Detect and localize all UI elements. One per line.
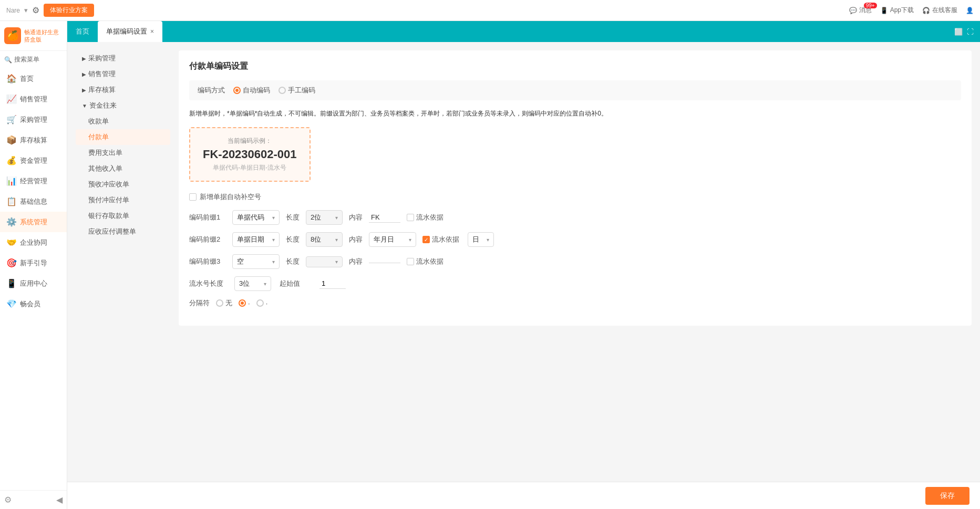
sidebar-item-guide[interactable]: 🎯 新手引导 bbox=[0, 253, 67, 273]
prefix-row-3: 编码前缀3 空 ▾ 长度 ▾ 内容 bbox=[189, 254, 961, 269]
main-layout: 🍊 畅通道好生意 搭盒版 🔍 搜索菜单 🏠 首页 📈 销售管理 🛒 采购管理 bbox=[0, 21, 980, 509]
auto-fill-checkbox[interactable] bbox=[189, 193, 197, 201]
menu-item-receipt[interactable]: 收款单 bbox=[76, 113, 170, 129]
preview-label: 当前编码示例： bbox=[203, 137, 297, 146]
sep-none-dot bbox=[216, 299, 223, 307]
trial-button[interactable]: 体验行业方案 bbox=[44, 4, 94, 17]
sidebar-item-member[interactable]: 💎 畅会员 bbox=[0, 294, 67, 314]
sidebar: 🍊 畅通道好生意 搭盒版 🔍 搜索菜单 🏠 首页 📈 销售管理 🛒 采购管理 bbox=[0, 21, 67, 509]
message-icon: 💬 bbox=[849, 7, 857, 14]
search-icon: 🔍 bbox=[4, 56, 12, 64]
menu-item-advance-receive[interactable]: 预收冲应收单 bbox=[76, 176, 170, 192]
tab-expand-icon[interactable]: ⛶ bbox=[967, 28, 974, 36]
sidebar-item-system[interactable]: ⚙️ 系统管理 bbox=[0, 212, 67, 232]
tab-home[interactable]: 首页 bbox=[67, 21, 98, 42]
menu-item-capital[interactable]: ▼ 资金往来 bbox=[76, 98, 170, 113]
tab-close-icon[interactable]: × bbox=[150, 28, 154, 35]
sales-icon: 📈 bbox=[6, 94, 17, 104]
top-bar: Nare ▾ ⚙ 体验行业方案 💬 消息 99+ 📱 App下载 🎧 在线客服 … bbox=[0, 0, 980, 21]
manual-encode-label: 手工编码 bbox=[288, 86, 315, 95]
manual-encode-radio[interactable]: 手工编码 bbox=[278, 86, 315, 95]
menu-item-advance-pay[interactable]: 预付冲应付单 bbox=[76, 192, 170, 208]
main-tab-bar: 首页 单据编码设置 × ⬜ ⛶ bbox=[67, 21, 980, 42]
logo-text: 畅通道好生意 搭盒版 bbox=[24, 28, 59, 44]
start-value-input[interactable] bbox=[319, 278, 346, 289]
content3-value bbox=[369, 261, 400, 263]
waterfall1-check[interactable]: 流水依据 bbox=[407, 213, 443, 222]
menu-item-inventory[interactable]: ▶ 库存核算 bbox=[76, 82, 170, 98]
menu-item-purchase[interactable]: ▶ 采购管理 bbox=[76, 50, 170, 66]
length1-label: 长度 bbox=[286, 213, 300, 222]
prefix1-select[interactable]: 单据代码 ▾ bbox=[232, 210, 280, 225]
auto-fill-row: 新增单据自动补空号 bbox=[189, 192, 961, 202]
length1-select[interactable]: 2位 ▾ bbox=[306, 210, 343, 225]
auto-encode-dot bbox=[233, 87, 241, 94]
menu-item-expense[interactable]: 费用支出单 bbox=[76, 145, 170, 161]
sidebar-item-inventory[interactable]: 📦 库存核算 bbox=[0, 130, 67, 150]
settings-icon[interactable]: ⚙ bbox=[32, 5, 39, 15]
sidebar-item-purchase[interactable]: 🛒 采购管理 bbox=[0, 109, 67, 130]
prefix3-arrow-icon: ▾ bbox=[272, 259, 275, 265]
separator-row: 分隔符 无 · bbox=[189, 298, 961, 308]
content3-label: 内容 bbox=[349, 257, 363, 266]
purchase-icon: 🛒 bbox=[6, 115, 17, 124]
sidebar-item-apps[interactable]: 📱 应用中心 bbox=[0, 273, 67, 294]
app-download-button[interactable]: 📱 App下载 bbox=[880, 6, 914, 15]
sidebar-item-finance[interactable]: 💰 资金管理 bbox=[0, 150, 67, 171]
tab-minimize-icon[interactable]: ⬜ bbox=[954, 28, 963, 36]
menu-item-bank[interactable]: 银行存取款单 bbox=[76, 208, 170, 224]
start-value-label: 起始值 bbox=[280, 279, 316, 288]
prefix3-select[interactable]: 空 ▾ bbox=[232, 254, 280, 269]
auto-encode-radio[interactable]: 自动编码 bbox=[233, 86, 270, 95]
menu-item-ar-ap-adjust[interactable]: 应收应付调整单 bbox=[76, 224, 170, 240]
settings-bottom-icon[interactable]: ⚙ bbox=[4, 495, 12, 505]
waterfall2-check[interactable]: ✓ 流水依据 bbox=[422, 235, 459, 244]
bottom-bar: 保存 bbox=[67, 482, 980, 509]
sidebar-item-coop[interactable]: 🤝 企业协同 bbox=[0, 232, 67, 253]
waterfall2-checkbox[interactable]: ✓ bbox=[422, 236, 430, 243]
sep-option-dot2[interactable]: · bbox=[256, 299, 268, 307]
page-title: 付款单编码设置 bbox=[189, 61, 961, 72]
page-content: ▶ 采购管理 ▶ 销售管理 ▶ 库存核算 ▼ 资金往来 bbox=[67, 42, 980, 482]
online-service-button[interactable]: 🎧 在线客服 bbox=[922, 6, 957, 15]
logo-icon: 🍊 bbox=[4, 27, 21, 44]
dropdown-arrow-icon[interactable]: ▾ bbox=[24, 6, 28, 14]
inventory-icon: 📦 bbox=[6, 135, 17, 145]
waterfall2-label: 流水依据 bbox=[432, 235, 459, 244]
sep-dot2-dot bbox=[256, 299, 264, 307]
waterfall1-checkbox[interactable] bbox=[407, 214, 414, 221]
day-value: 日 bbox=[472, 235, 479, 244]
message-button[interactable]: 💬 消息 99+ bbox=[849, 6, 872, 15]
prefix2-select[interactable]: 单据日期 ▾ bbox=[232, 232, 280, 247]
waterfall3-checkbox[interactable] bbox=[407, 258, 414, 265]
content2-select[interactable]: 年月日 ▾ bbox=[369, 232, 416, 247]
tab-encode-setting[interactable]: 单据编码设置 × bbox=[98, 21, 162, 42]
right-form: 付款单编码设置 编码方式 自动编码 手 bbox=[179, 50, 972, 326]
waterfall3-check[interactable]: 流水依据 bbox=[407, 257, 443, 266]
menu-item-sales[interactable]: ▶ 销售管理 bbox=[76, 66, 170, 82]
operations-icon: 📊 bbox=[6, 176, 17, 186]
arrow-right-icon3: ▶ bbox=[82, 87, 86, 93]
prefix2-arrow-icon: ▾ bbox=[272, 237, 275, 243]
sidebar-item-sales[interactable]: 📈 销售管理 bbox=[0, 89, 67, 109]
day-select[interactable]: 日 ▾ bbox=[468, 232, 494, 247]
save-button[interactable]: 保存 bbox=[925, 487, 969, 505]
collapse-icon[interactable]: ◀ bbox=[56, 495, 63, 505]
sep-dot1-label: · bbox=[248, 299, 250, 307]
search-menu[interactable]: 🔍 搜索菜单 bbox=[0, 51, 67, 68]
base-icon: 📋 bbox=[6, 196, 17, 206]
sep-option-none[interactable]: 无 bbox=[216, 298, 232, 308]
length3-select[interactable]: ▾ bbox=[306, 256, 343, 267]
sidebar-item-home[interactable]: 🏠 首页 bbox=[0, 68, 67, 89]
length2-select[interactable]: 8位 ▾ bbox=[306, 232, 343, 247]
left-menu: ▶ 采购管理 ▶ 销售管理 ▶ 库存核算 ▼ 资金往来 bbox=[76, 50, 170, 326]
serial-length-select[interactable]: 3位 ▾ bbox=[234, 276, 271, 291]
sidebar-nav: 🏠 首页 📈 销售管理 🛒 采购管理 📦 库存核算 💰 资金管理 📊 经 bbox=[0, 68, 67, 490]
sidebar-item-base[interactable]: 📋 基础信息 bbox=[0, 191, 67, 212]
sep-option-dot1[interactable]: · bbox=[239, 299, 250, 307]
sidebar-item-operations[interactable]: 📊 经营管理 bbox=[0, 171, 67, 191]
user-avatar[interactable]: 👤 bbox=[966, 7, 974, 14]
finance-icon: 💰 bbox=[6, 155, 17, 165]
menu-item-payment[interactable]: 付款单 bbox=[76, 129, 170, 145]
menu-item-other-income[interactable]: 其他收入单 bbox=[76, 161, 170, 176]
